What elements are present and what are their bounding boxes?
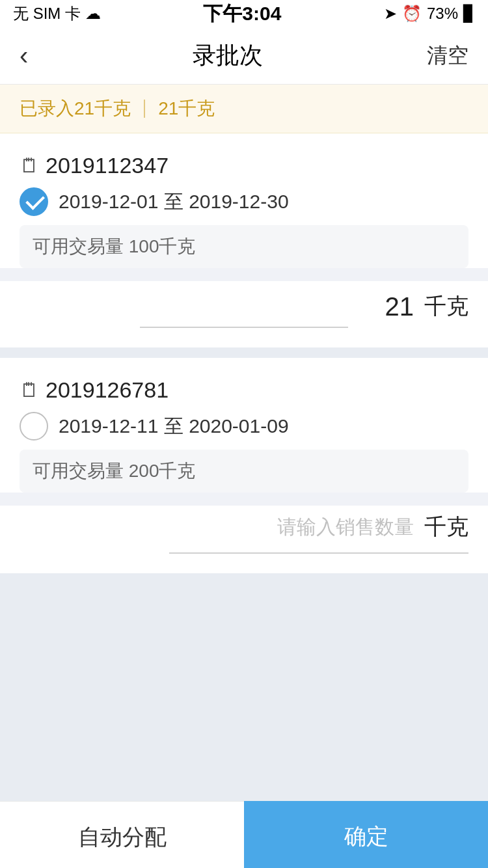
quantity-underline-1 — [140, 327, 348, 328]
batch-id-1: 2019112347 — [46, 153, 169, 178]
input-underline-container-2 — [0, 552, 488, 573]
quantity-underline-container-1 — [0, 321, 488, 347]
location-icon: ➤ — [384, 5, 397, 23]
total-label: 21千克 — [158, 96, 215, 121]
alarm-icon: ⏰ — [402, 5, 422, 23]
nav-bar: ‹ 录批次 清空 — [0, 27, 488, 85]
status-left: 无 SIM 卡 ☁ — [13, 3, 101, 24]
back-button[interactable]: ‹ — [20, 41, 28, 70]
input-placeholder-2: 请输入销售数量 — [20, 514, 414, 541]
summary-divider — [144, 100, 145, 118]
radio-button-1[interactable] — [20, 187, 48, 216]
input-underline-2 — [169, 552, 468, 554]
batch-date-row-1: 2019-12-01 至 2019-12-30 — [20, 187, 468, 216]
batch-card-1: 🗒 2019112347 2019-12-01 至 2019-12-30 可用交… — [0, 133, 488, 268]
bottom-bar: 自动分配 确定 — [0, 801, 488, 868]
recorded-label: 已录入21千克 — [20, 96, 131, 121]
input-area-2: 请输入销售数量 千克 — [0, 506, 488, 573]
clear-button[interactable]: 清空 — [427, 42, 468, 70]
batch-available-2: 可用交易量 200千克 — [20, 450, 468, 493]
summary-bar: 已录入21千克 21千克 — [0, 85, 488, 133]
confirm-button[interactable]: 确定 — [244, 801, 488, 868]
section-divider — [0, 347, 488, 358]
batch-date-row-2: 2019-12-11 至 2020-01-09 — [20, 412, 468, 441]
page-title: 录批次 — [193, 40, 263, 72]
radio-button-2[interactable] — [20, 412, 48, 441]
batch-icon-2: 🗒 — [20, 379, 39, 401]
batch-id-2: 2019126781 — [46, 377, 169, 403]
batch-header-1: 🗒 2019112347 — [20, 153, 468, 178]
quantity-value-1: 21 — [385, 292, 414, 321]
input-unit-2: 千克 — [424, 512, 468, 542]
batch-card-2: 🗒 2019126781 2019-12-11 至 2020-01-09 可用交… — [0, 358, 488, 493]
no-sim-label: 无 SIM 卡 ☁ — [13, 3, 101, 24]
status-time: 下午3:04 — [203, 1, 281, 27]
batch-date-1: 2019-12-01 至 2019-12-30 — [59, 189, 289, 215]
batch-date-2: 2019-12-11 至 2020-01-09 — [59, 413, 289, 440]
status-right: ➤ ⏰ 73% ▊ — [384, 5, 475, 23]
batch-header-2: 🗒 2019126781 — [20, 377, 468, 403]
battery-label: 73% — [427, 5, 458, 23]
quantity-row-1: 21 千克 — [0, 281, 488, 321]
batch-input-row-2[interactable]: 请输入销售数量 千克 — [0, 506, 488, 552]
status-bar: 无 SIM 卡 ☁ 下午3:04 ➤ ⏰ 73% ▊ — [0, 0, 488, 27]
battery-icon: ▊ — [463, 5, 475, 23]
quantity-unit-1: 千克 — [424, 292, 468, 321]
auto-distribute-button[interactable]: 自动分配 — [0, 801, 244, 868]
batch-icon-1: 🗒 — [20, 155, 39, 177]
batch-available-1: 可用交易量 100千克 — [20, 225, 468, 268]
